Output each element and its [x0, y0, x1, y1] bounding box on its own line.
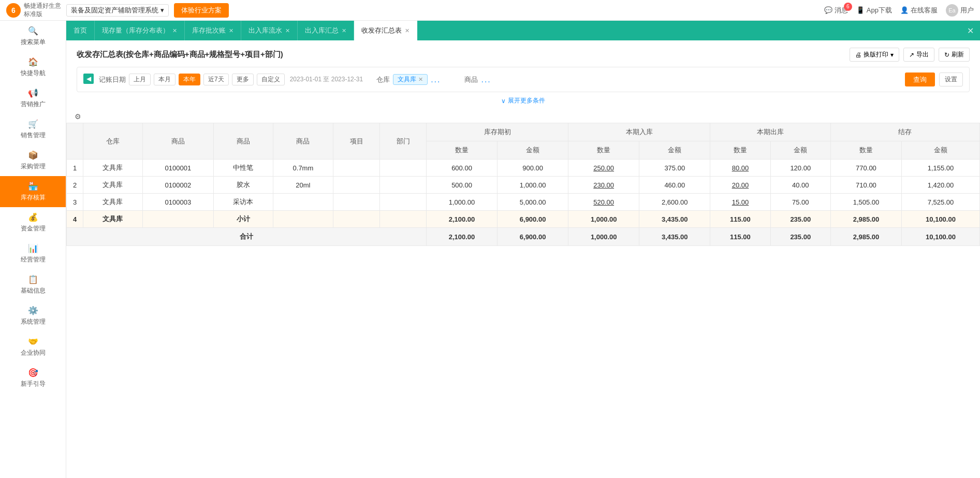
printer-icon: 🖨 — [855, 51, 861, 59]
row-out-amt: 235.00 — [770, 211, 830, 228]
row-in-qty[interactable]: 250.00 — [568, 160, 639, 177]
search-icon: 🔍 — [28, 26, 38, 36]
tab-close-icon[interactable]: ✕ — [285, 27, 290, 34]
date-btn-7days[interactable]: 近7天 — [203, 74, 229, 85]
col-current-out-header: 本期出库 — [710, 123, 831, 141]
expand-conditions-btn[interactable]: ∨ 展开更多条件 — [501, 96, 545, 105]
date-btn-this-year[interactable]: 本年 — [179, 74, 200, 85]
row-no: 1 — [67, 160, 83, 177]
query-btn[interactable]: 查询 — [905, 73, 935, 86]
message-item[interactable]: 💬 消息 6 — [824, 6, 848, 15]
sidebar-item-basic-info[interactable]: 📋 基础信息 — [0, 269, 66, 300]
row-goods-name: 采访本 — [213, 194, 273, 211]
row-in-qty[interactable]: 230.00 — [568, 177, 639, 194]
print-btn[interactable]: 🖨 换版打印 ▾ — [850, 48, 899, 62]
row-open-qty: 500.00 — [426, 177, 497, 194]
tab-recv-send-summary[interactable]: 收发存汇总表 ✕ — [354, 21, 417, 40]
table-container: ⚙ 仓库 商品 商品 商品 项目 部门 库存期初 本期入库 — [66, 110, 980, 256]
row-department — [380, 177, 427, 194]
date-btn-custom[interactable]: 自定义 — [257, 74, 285, 85]
tab-inout-flow[interactable]: 出入库流水 ✕ — [241, 21, 298, 40]
row-goods-name: 中性笔 — [213, 160, 273, 177]
sidebar-item-ops-mgmt[interactable]: 📊 经营管理 — [0, 238, 66, 269]
tab-bar-close-icon[interactable]: ✕ — [961, 26, 980, 36]
tab-inout-summary[interactable]: 出入库汇总 ✕ — [298, 21, 354, 40]
sidebar-item-label: 快捷导航 — [21, 69, 46, 78]
col-bal-qty-header: 数量 — [830, 141, 901, 160]
row-in-amt: 3,435.00 — [639, 211, 710, 228]
date-btn-this-month[interactable]: 本月 — [154, 74, 175, 85]
online-service-item[interactable]: 👤 在线客服 — [900, 6, 938, 15]
warehouse-tag-close[interactable]: ✕ — [418, 76, 423, 83]
export-btn[interactable]: ↗ 导出 — [903, 48, 934, 62]
app-download-item[interactable]: 📱 App下载 — [856, 6, 892, 15]
top-bar-right: 💬 消息 6 📱 App下载 👤 在线客服 Ea 用户 — [824, 4, 974, 17]
row-out-amt: 40.00 — [770, 177, 830, 194]
collapse-btn[interactable]: ◀ — [83, 74, 94, 84]
table-settings-icon[interactable]: ⚙ — [75, 112, 81, 121]
goods-ellipsis-btn[interactable]: ... — [481, 75, 491, 84]
row-no: 2 — [67, 177, 83, 194]
chevron-down-icon: ▾ — [890, 51, 894, 59]
sidebar-item-quick-nav[interactable]: 🏠 快捷导航 — [0, 52, 66, 83]
sidebar-item-label: 企业协同 — [21, 349, 46, 357]
handshake-icon: 🤝 — [28, 337, 38, 346]
footer-in-qty: 1,000.00 — [568, 228, 639, 246]
row-out-qty[interactable]: 80.00 — [710, 160, 770, 177]
page-content: 收发存汇总表(按仓库+商品编码+商品+规格型号+项目+部门) 🖨 换版打印 ▾ … — [66, 40, 980, 478]
money-icon: 💰 — [28, 212, 38, 222]
sidebar-item-corp-collab[interactable]: 🤝 企业协同 — [0, 331, 66, 363]
col-out-amt-header: 金额 — [770, 141, 830, 160]
tab-close-icon[interactable]: ✕ — [172, 27, 177, 34]
sys-title-select[interactable]: 装备及固定资产辅助管理系统 ▾ — [66, 4, 169, 17]
row-in-qty: 1,000.00 — [568, 211, 639, 228]
page-header: 收发存汇总表(按仓库+商品编码+商品+规格型号+项目+部门) 🖨 换版打印 ▾ … — [66, 40, 980, 105]
sidebar-item-finance-mgmt[interactable]: 💰 资金管理 — [0, 207, 66, 238]
tab-close-icon[interactable]: ✕ — [229, 27, 233, 34]
logo-text: 畅捷通好生意 标准版 — [24, 2, 61, 18]
row-project — [333, 177, 380, 194]
phone-icon: 📱 — [856, 6, 865, 14]
warehouse-label: 仓库 — [376, 75, 390, 84]
experience-btn[interactable]: 体验行业方案 — [174, 3, 229, 18]
col-goods-name-header: 商品 — [213, 123, 273, 160]
tab-bar: 首页 现存量（库存分布表） ✕ 库存批次账 ✕ 出入库流水 ✕ 出入库汇总 ✕ … — [66, 21, 980, 40]
user-item[interactable]: Ea 用户 — [946, 4, 974, 17]
row-department — [380, 194, 427, 211]
row-in-qty[interactable]: 520.00 — [568, 194, 639, 211]
sidebar-item-search[interactable]: 🔍 搜索菜单 — [0, 21, 66, 52]
sidebar-item-marketing-promo[interactable]: 📢 营销推广 — [0, 83, 66, 114]
date-btn-last-month[interactable]: 上月 — [129, 74, 151, 85]
sidebar-item-label: 搜索菜单 — [21, 38, 46, 47]
sidebar-item-purchase-mgmt[interactable]: 📦 采购管理 — [0, 145, 66, 176]
date-btn-more[interactable]: 更多 — [232, 74, 254, 85]
col-in-qty-header: 数量 — [568, 141, 639, 160]
row-in-amt: 460.00 — [639, 177, 710, 194]
col-balance-header: 结存 — [830, 123, 979, 141]
settings-btn[interactable]: 设置 — [939, 73, 963, 86]
tab-home[interactable]: 首页 — [66, 21, 95, 40]
row-warehouse: 文具库 — [83, 194, 143, 211]
row-no: 4 — [67, 211, 83, 228]
tab-close-icon[interactable]: ✕ — [342, 27, 346, 34]
tab-inventory-dist[interactable]: 现存量（库存分布表） ✕ — [95, 21, 185, 40]
row-out-qty[interactable]: 20.00 — [710, 177, 770, 194]
refresh-btn[interactable]: ↻ 刷新 — [939, 48, 970, 62]
row-out-qty[interactable]: 15.00 — [710, 194, 770, 211]
sidebar-item-new-guide[interactable]: 🎯 新手引导 — [0, 363, 66, 394]
tab-label: 现存量（库存分布表） — [102, 26, 169, 35]
logo-icon: 6 — [6, 3, 21, 18]
sidebar-item-label: 经营管理 — [21, 255, 46, 264]
sidebar: 🔍 搜索菜单 🏠 快捷导航 📢 营销推广 🛒 销售管理 📦 采购管理 🏪 库存核… — [0, 21, 66, 478]
row-goods-name: 胶水 — [213, 177, 273, 194]
sidebar-item-sys-mgmt[interactable]: ⚙️ 系统管理 — [0, 300, 66, 331]
tab-label: 收发存汇总表 — [361, 26, 402, 35]
sidebar-item-inventory-mgmt[interactable]: 🏪 库存核算 — [0, 176, 66, 207]
sidebar-item-sales-mgmt[interactable]: 🛒 销售管理 — [0, 114, 66, 145]
avatar: Ea — [946, 4, 958, 17]
tab-close-icon[interactable]: ✕ — [405, 27, 409, 34]
warehouse-ellipsis-btn[interactable]: ... — [431, 75, 441, 84]
row-bal-amt: 7,525.00 — [902, 194, 980, 211]
tab-batch-ledger[interactable]: 库存批次账 ✕ — [185, 21, 241, 40]
row-out-amt: 75.00 — [770, 194, 830, 211]
